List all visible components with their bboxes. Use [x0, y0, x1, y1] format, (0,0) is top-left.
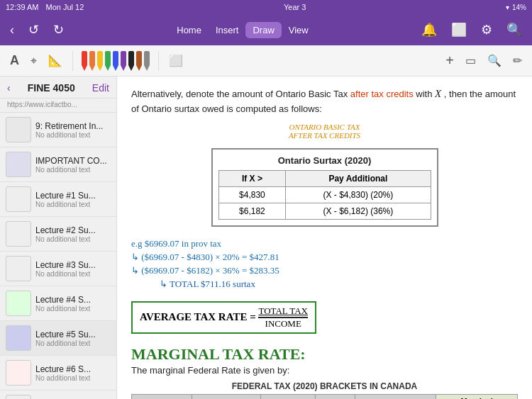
sidebar-item-text-0: 9: Retirement In... No additional text: [35, 121, 111, 139]
sidebar-item-text-3: Lecture #2 Su... No additional text: [35, 225, 111, 243]
draw-toolbar: A ⌖ 📐: [0, 45, 532, 77]
surtax-table: If X > Pay Additional $4,830 (X - $4,830…: [218, 170, 431, 220]
sidebar-thumb-4: [6, 256, 31, 281]
after-credits-text: after tax credits: [350, 89, 414, 99]
sidebar-thumb-3: [6, 221, 31, 247]
notebook-name: Year 3: [284, 3, 306, 11]
sidebar-thumb-5: [6, 291, 31, 316]
handwriting-ontario-note: ONTARIO BASIC TAXAFTER TAX CREDITS: [131, 123, 518, 140]
lasso-tool-button[interactable]: ⌖: [26, 52, 41, 70]
intro-text-1: Alternatively, denote the amount of Onta…: [131, 89, 348, 99]
surtax-r1-c2: (X - $4,830) (20%): [286, 186, 431, 203]
calc-line-4: ↳ TOTAL $711.16 surtax: [131, 279, 518, 290]
sidebar-item-text-1: IMPORTANT CO... No additional text: [35, 156, 111, 174]
eraser-button[interactable]: ⬜: [165, 51, 187, 70]
sidebar-item-2[interactable]: Lecture #1 Su... No additional text: [0, 182, 116, 217]
share-icon[interactable]: ⬜: [448, 19, 470, 40]
surtax-r1-c1: $4,830: [218, 186, 286, 203]
avg-rate-numerator: TOTAL TAX: [258, 305, 308, 318]
ruler-tool-button[interactable]: 📐: [44, 51, 67, 70]
sidebar-thumb-0: [6, 117, 31, 142]
add-tool-button[interactable]: +: [441, 50, 458, 72]
avg-rate-fraction: TOTAL TAX INCOME: [258, 305, 308, 330]
sidebar-item-title-2: Lecture #1 Su...: [35, 191, 111, 201]
pen-red[interactable]: [82, 51, 87, 71]
sidebar-item-title-5: Lecture #4 S...: [35, 295, 111, 305]
sidebar-item-text-4: Lecture #3 Su... No additional text: [35, 260, 111, 278]
sidebar-item-8[interactable]: Lecture #7 Su... No additional text: [0, 390, 116, 399]
pen-tools: [79, 51, 153, 71]
pen-purple[interactable]: [121, 51, 126, 71]
battery-display: 14%: [512, 4, 526, 11]
sidebar-back-button[interactable]: ‹: [7, 82, 11, 94]
federal-table-title: FEDERAL TAX (2020) BRACKETS IN CANADA: [131, 381, 518, 391]
sidebar-header: ‹ FINE 4050 Edit: [0, 77, 116, 99]
surtax-table-wrapper: Ontario Surtax (2020) If X > Pay Additio…: [131, 142, 518, 232]
sidebar-item-title-1: IMPORTANT CO...: [35, 156, 111, 166]
nav-insert[interactable]: Insert: [209, 22, 246, 38]
sidebar-item-sub-1: No additional text: [35, 166, 111, 174]
sidebar-thumb-6: [6, 325, 31, 351]
surtax-title: Ontario Surtax (2020): [218, 155, 431, 166]
example-calculations: e.g $6969.07 in prov tax ↳ ($6969.07 - $…: [131, 238, 518, 290]
sidebar-item-4[interactable]: Lecture #3 Su... No additional text: [0, 252, 116, 286]
surtax-col-2: Pay Additional: [286, 170, 431, 186]
pen-gray[interactable]: [144, 51, 150, 71]
pen-yellow[interactable]: [97, 51, 103, 71]
time-display: 12:39 AM: [6, 3, 38, 11]
sidebar-url: https://www.icifactbo...: [0, 99, 116, 113]
sidebar-item-5[interactable]: Lecture #4 S... No additional text: [0, 286, 116, 321]
toolbar-left: ‹ ↺ ↻: [7, 19, 67, 40]
bell-icon[interactable]: 🔔: [419, 19, 440, 40]
redo-button[interactable]: ↻: [50, 19, 67, 40]
pen-brown[interactable]: [136, 51, 142, 71]
th-rate: RATE: [315, 394, 355, 399]
sidebar-item-sub-6: No additional text: [35, 339, 111, 347]
select-rect-button[interactable]: ▭: [461, 51, 480, 70]
separator-1: [72, 51, 73, 71]
th-income: $300K Income: [355, 394, 436, 399]
federal-table-wrapper: FEDERAL TAX (2020) BRACKETS IN CANADA Ov…: [131, 381, 518, 399]
text-tool-button[interactable]: A: [6, 50, 23, 71]
status-time: 12:39 AM Mon Jul 12: [6, 3, 84, 11]
surtax-row-1: $4,830 (X - $4,830) (20%): [218, 186, 431, 203]
nav-home[interactable]: Home: [170, 22, 209, 38]
zoom-button[interactable]: 🔍: [483, 51, 506, 70]
sidebar-item-sub-5: No additional text: [35, 305, 111, 313]
pen-black[interactable]: [128, 51, 134, 71]
nav-draw[interactable]: Draw: [245, 22, 281, 38]
status-bar: 12:39 AM Mon Jul 12 Year 3 ▾ 14%: [0, 0, 532, 14]
search-icon[interactable]: 🔍: [504, 19, 525, 40]
sidebar-item-3[interactable]: Lecture #2 Su... No additional text: [0, 217, 116, 252]
sidebar-item-0[interactable]: 9: Retirement In... No additional text: [0, 113, 116, 147]
sidebar-item-7[interactable]: Lecture #6 S... No additional text: [0, 356, 116, 390]
sidebar-item-sub-7: No additional text: [35, 374, 111, 382]
sidebar-item-1[interactable]: IMPORTANT CO... No additional text: [0, 147, 116, 182]
surtax-box: Ontario Surtax (2020) If X > Pay Additio…: [211, 148, 438, 227]
sidebar: ‹ FINE 4050 Edit https://www.icifactbo..…: [0, 77, 117, 399]
sidebar-item-sub-2: No additional text: [35, 201, 111, 208]
pen-green[interactable]: [105, 51, 111, 71]
sidebar-title: FINE 4050: [28, 82, 75, 94]
back-button[interactable]: ‹: [7, 20, 17, 40]
pen-orange[interactable]: [89, 51, 95, 71]
settings-icon[interactable]: ⚙: [478, 19, 495, 40]
finger-button[interactable]: ✏: [509, 51, 526, 70]
sidebar-item-title-3: Lecture #2 Su...: [35, 225, 111, 235]
nav-view[interactable]: View: [282, 22, 316, 38]
sidebar-thumb-7: [6, 360, 31, 386]
sidebar-edit-button[interactable]: Edit: [92, 82, 109, 94]
surtax-row-2: $6,182 (X - $6,182) (36%): [218, 203, 431, 219]
sidebar-item-title-0: 9: Retirement In...: [35, 121, 111, 131]
undo-button[interactable]: ↺: [26, 19, 42, 40]
intro-paragraph: Alternatively, denote the amount of Onta…: [131, 85, 518, 117]
nav-tabs: Home Insert Draw View: [170, 22, 316, 38]
pen-blue[interactable]: [113, 51, 118, 71]
content-area[interactable]: Alternatively, denote the amount of Onta…: [117, 77, 532, 399]
wifi-icon: ▾: [506, 4, 509, 11]
sidebar-item-sub-0: No additional text: [35, 131, 111, 139]
sidebar-thumb-2: [6, 186, 31, 212]
th-marginal: Marginal$300,001.00: [436, 394, 518, 399]
th-upto: Up To: [261, 394, 315, 399]
sidebar-item-6[interactable]: Lecture #5 Su... No additional text: [0, 321, 116, 356]
